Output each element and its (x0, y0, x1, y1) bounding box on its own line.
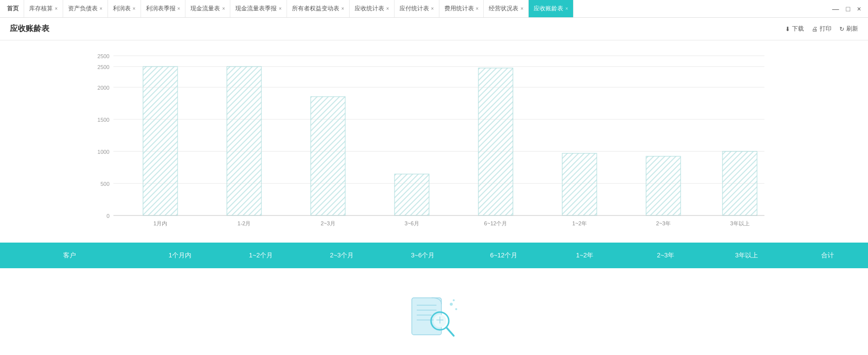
table-header-3: 2~3个月 (301, 251, 382, 260)
svg-rect-22 (395, 174, 429, 215)
close-window-button[interactable]: × (854, 4, 864, 14)
tab-label-profit-loss: 利润表 (113, 4, 131, 13)
tab-label-cash-flow: 现金流量表 (190, 4, 220, 13)
tab-close-cash-flow-quarterly[interactable]: × (279, 6, 282, 11)
minimize-button[interactable]: — (829, 4, 842, 14)
bar-2: 1-2月 (227, 67, 261, 226)
tab-label-cash-flow-quarterly: 现金流量表季报 (235, 4, 277, 13)
svg-text:0: 0 (107, 213, 109, 219)
tab-balance-sheet[interactable]: 资产负债表× (63, 0, 108, 18)
tab-expense-stats[interactable]: 费用统计表× (439, 0, 484, 18)
svg-text:2~3月: 2~3月 (321, 220, 335, 226)
svg-text:500: 500 (101, 181, 109, 187)
tab-profit-quarterly[interactable]: 利润表季报× (141, 0, 186, 18)
svg-point-43 (450, 303, 453, 306)
tab-close-balance-sheet[interactable]: × (100, 6, 103, 11)
tab-close-ap-stats[interactable]: × (431, 6, 434, 11)
svg-point-44 (455, 308, 457, 310)
table-header-1: 1个月内 (140, 251, 220, 260)
svg-rect-18 (227, 67, 261, 215)
main-content: 0 500 1000 1500 2000 2500 2500 (0, 40, 868, 355)
svg-line-40 (446, 327, 454, 336)
download-icon: ⬇ (785, 26, 790, 33)
svg-rect-30 (723, 151, 757, 215)
maximize-button[interactable]: □ (843, 4, 853, 14)
svg-text:2500: 2500 (98, 64, 109, 70)
tab-close-expense-stats[interactable]: × (476, 6, 479, 11)
tab-close-equity-changes[interactable]: × (341, 6, 344, 11)
tab-ap-stats[interactable]: 应付统计表× (395, 0, 439, 18)
bar-4: 3~6月 (395, 174, 429, 226)
chart-container: 0 500 1000 1500 2000 2500 2500 (10, 50, 848, 233)
svg-rect-16 (143, 67, 178, 215)
tab-cash-flow-quarterly[interactable]: 现金流量表季报× (230, 0, 287, 18)
table-header-0: 客户 (0, 251, 140, 260)
tab-close-ar-stats[interactable]: × (386, 6, 389, 11)
tab-label-home: 首页 (7, 4, 19, 13)
tab-label-expense-stats: 费用统计表 (444, 4, 474, 13)
tab-close-profit-loss[interactable]: × (133, 6, 136, 11)
tab-profit-loss[interactable]: 利润表× (108, 0, 141, 18)
svg-rect-26 (562, 153, 597, 215)
tab-close-cash-flow[interactable]: × (222, 6, 225, 11)
page-title: 应收账龄表 (10, 24, 49, 34)
tab-label-ap-stats: 应付统计表 (399, 4, 429, 13)
tab-bar: 首页库存核算×资产负债表×利润表×利润表季报×现金流量表×现金流量表季报×所有者… (0, 0, 868, 18)
svg-text:1~2年: 1~2年 (572, 220, 587, 226)
bar-5: 6~12个月 (478, 68, 513, 226)
tab-label-profit-quarterly: 利润表季报 (146, 4, 176, 13)
empty-state (404, 295, 464, 340)
bar-1: 1月内 (143, 67, 178, 226)
tab-home[interactable]: 首页 (2, 0, 24, 18)
svg-rect-24 (478, 68, 513, 215)
tab-label-ar-aging: 应收账龄表 (534, 4, 563, 13)
svg-text:6~12个月: 6~12个月 (484, 220, 507, 226)
tab-label-ar-stats: 应收统计表 (355, 4, 384, 13)
table-header-2: 1~2个月 (220, 251, 301, 260)
svg-text:1000: 1000 (98, 149, 109, 155)
table-header-8: 3年以上 (706, 251, 787, 260)
chart-area: 0 500 1000 1500 2000 2500 2500 (0, 40, 868, 243)
tab-label-balance-sheet: 资产负债表 (68, 4, 98, 13)
print-button[interactable]: 🖨 打印 (812, 25, 832, 33)
empty-icon (404, 295, 464, 340)
svg-rect-20 (311, 97, 345, 215)
bar-8: 3年以上 (723, 151, 757, 226)
table-header-6: 1~2年 (544, 251, 625, 260)
tab-close-inventory[interactable]: × (55, 6, 58, 11)
refresh-icon: ↻ (839, 26, 844, 33)
svg-text:1月内: 1月内 (153, 220, 167, 226)
svg-rect-28 (646, 156, 681, 215)
print-icon: 🖨 (812, 26, 818, 33)
svg-text:3年以上: 3年以上 (730, 220, 749, 226)
bar-3: 2~3月 (311, 97, 345, 226)
tab-close-profit-quarterly[interactable]: × (178, 6, 181, 11)
tab-close-ar-aging[interactable]: × (565, 6, 568, 11)
tab-equity-changes[interactable]: 所有者权益变动表× (287, 0, 350, 18)
svg-text:1500: 1500 (98, 117, 109, 123)
tab-operation-status[interactable]: 经营状况表× (484, 0, 529, 18)
svg-text:1-2月: 1-2月 (238, 220, 251, 226)
svg-text:2~3年: 2~3年 (656, 220, 671, 226)
table-body (0, 268, 868, 355)
table-header: 客户1个月内1~2个月2~3个月3~6个月6~12个月1~2年2~3年3年以上合… (0, 243, 868, 268)
page-header: 应收账龄表 ⬇ 下载 🖨 打印 ↻ 刷新 (0, 18, 868, 40)
tab-label-equity-changes: 所有者权益变动表 (292, 4, 339, 13)
tab-cash-flow[interactable]: 现金流量表× (185, 0, 230, 18)
tab-close-operation-status[interactable]: × (520, 6, 523, 11)
svg-text:2500: 2500 (98, 53, 109, 59)
header-actions: ⬇ 下载 🖨 打印 ↻ 刷新 (785, 25, 858, 33)
table-header-7: 2~3年 (625, 251, 706, 260)
tab-label-inventory: 库存核算 (29, 4, 53, 13)
bar-7: 2~3年 (646, 156, 681, 226)
svg-text:2000: 2000 (98, 85, 109, 91)
download-button[interactable]: ⬇ 下载 (785, 25, 804, 33)
bar-chart: 0 500 1000 1500 2000 2500 2500 (10, 50, 848, 233)
tab-ar-stats[interactable]: 应收统计表× (350, 0, 395, 18)
window-controls: — □ × (829, 4, 866, 14)
tab-ar-aging[interactable]: 应收账龄表× (529, 0, 574, 18)
svg-point-45 (453, 299, 455, 301)
tab-inventory[interactable]: 库存核算× (24, 0, 63, 18)
refresh-button[interactable]: ↻ 刷新 (839, 25, 858, 33)
tab-label-operation-status: 经营状况表 (489, 4, 518, 13)
